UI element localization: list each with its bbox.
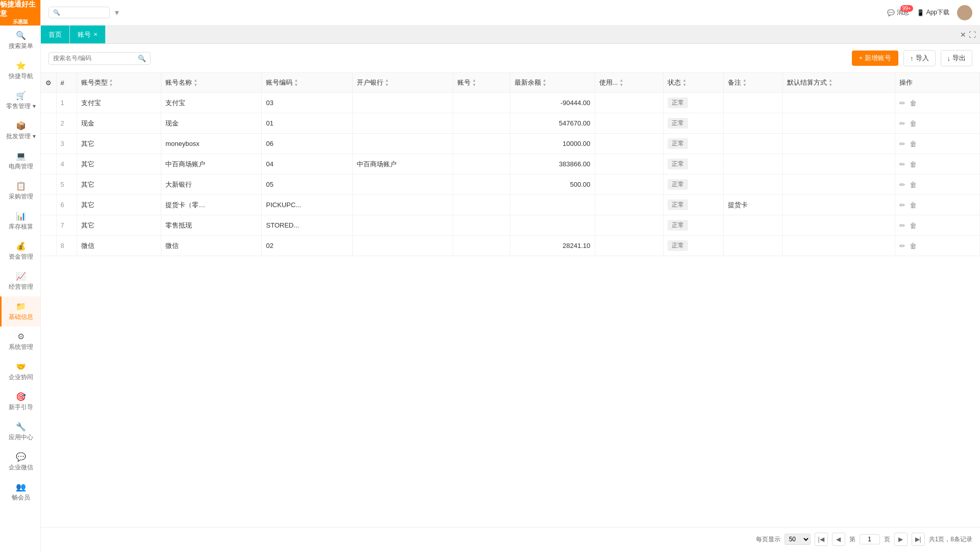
row-actions-2: ✏ 🗑 bbox=[895, 134, 979, 154]
table-search-box[interactable]: 🔍 bbox=[48, 52, 151, 65]
sidebar-item-ecommerce[interactable]: 💻 电商管理 bbox=[0, 146, 40, 176]
edit-button-0[interactable]: ✏ bbox=[899, 99, 905, 107]
next-page-button[interactable]: ▶ bbox=[894, 533, 908, 546]
prev-page-button[interactable]: ◀ bbox=[832, 533, 845, 546]
row-name-2: moneybosx bbox=[161, 134, 262, 154]
export-button[interactable]: ↓ 导出 bbox=[941, 50, 973, 66]
close-window-icon[interactable]: ✕ bbox=[960, 31, 966, 39]
topbar-search[interactable]: 🔍 bbox=[48, 7, 110, 18]
delete-button-3[interactable]: 🗑 bbox=[910, 160, 917, 168]
sidebar-item-app-center[interactable]: 🔧 应用中心 bbox=[0, 417, 40, 447]
app-download-button[interactable]: 📱 App下载 bbox=[917, 8, 949, 17]
sidebar-item-member[interactable]: 👥 畅会员 bbox=[0, 477, 40, 507]
col-status[interactable]: 状态▲▼ bbox=[663, 73, 723, 93]
user-avatar[interactable] bbox=[957, 5, 972, 20]
col-remark[interactable]: 备注▲▼ bbox=[724, 73, 783, 93]
delete-button-4[interactable]: 🗑 bbox=[910, 181, 917, 189]
sidebar-item-inventory[interactable]: 📊 库存核算 bbox=[0, 206, 40, 236]
first-page-button[interactable]: |◀ bbox=[815, 533, 828, 546]
edit-button-2[interactable]: ✏ bbox=[899, 140, 905, 148]
tab-actions: ✕ ⛶ bbox=[960, 31, 980, 39]
message-button[interactable]: 💬 消息 99+ bbox=[887, 8, 909, 17]
row-code-1: 01 bbox=[262, 113, 353, 134]
edit-button-7[interactable]: ✏ bbox=[899, 242, 905, 250]
col-bank[interactable]: 开户银行▲▼ bbox=[352, 73, 453, 93]
row-balance-2: 10000.00 bbox=[510, 134, 595, 154]
row-remark-0 bbox=[724, 93, 783, 113]
row-actions-6: ✏ 🗑 bbox=[895, 215, 979, 236]
col-balance[interactable]: 最新余额▲▼ bbox=[510, 73, 595, 93]
export-icon: ↓ bbox=[947, 55, 951, 62]
import-button[interactable]: ↑ 导入 bbox=[903, 50, 936, 66]
sidebar-item-finance[interactable]: 💰 资金管理 bbox=[0, 236, 40, 266]
table-search-input[interactable] bbox=[53, 55, 138, 62]
sidebar-item-operation[interactable]: 📈 经营管理 bbox=[0, 266, 40, 296]
row-settings-4 bbox=[41, 174, 56, 195]
table-container: ⚙ # 账号类型▲▼ 账号名称▲▼ 账号编码▲▼ 开户银行▲▼ bbox=[41, 73, 980, 527]
search-menu-icon: 🔍 bbox=[16, 31, 26, 40]
row-type-1: 现金 bbox=[77, 113, 161, 134]
import-icon: ↑ bbox=[910, 55, 914, 62]
row-status-4: 正常 bbox=[663, 174, 723, 195]
row-code-5: PICKUPC... bbox=[262, 195, 353, 215]
delete-button-7[interactable]: 🗑 bbox=[910, 242, 917, 250]
col-settings[interactable]: ⚙ bbox=[41, 73, 56, 93]
row-remark-1 bbox=[724, 113, 783, 134]
maximize-window-icon[interactable]: ⛶ bbox=[969, 31, 976, 39]
topbar-search-icon: 🔍 bbox=[53, 9, 60, 16]
edit-button-5[interactable]: ✏ bbox=[899, 201, 905, 209]
row-bank-1 bbox=[352, 113, 453, 134]
tab-account-close[interactable]: ✕ bbox=[93, 32, 97, 37]
tab-account[interactable]: 账号 ✕ bbox=[70, 26, 106, 43]
table-row: 1 支付宝 支付宝 03 -90444.00 正常 ✏ 🗑 bbox=[41, 93, 980, 113]
row-bank-4 bbox=[352, 174, 453, 195]
edit-button-1[interactable]: ✏ bbox=[899, 119, 905, 128]
edit-button-4[interactable]: ✏ bbox=[899, 181, 905, 189]
delete-button-2[interactable]: 🗑 bbox=[910, 140, 917, 148]
row-bank-3: 中百商场账户 bbox=[352, 154, 453, 174]
tab-home-label: 首页 bbox=[48, 30, 62, 39]
sidebar-item-quick-nav[interactable]: ⭐ 快捷导航 bbox=[0, 56, 40, 86]
tab-home[interactable]: 首页 bbox=[41, 26, 70, 43]
sidebar-item-purchase[interactable]: 📋 采购管理 bbox=[0, 176, 40, 206]
delete-button-1[interactable]: 🗑 bbox=[910, 119, 917, 128]
finance-label: 资金管理 bbox=[9, 253, 33, 261]
sidebar-item-cooperation[interactable]: 🤝 企业协同 bbox=[0, 357, 40, 387]
row-type-2: 其它 bbox=[77, 134, 161, 154]
delete-button-5[interactable]: 🗑 bbox=[910, 201, 917, 209]
page-number-input[interactable] bbox=[860, 534, 880, 544]
main-area: 🔍 ▾ 💬 消息 99+ 📱 App下载 首页 账号 ✕ ✕ bbox=[41, 0, 980, 551]
topbar-dropdown-icon[interactable]: ▾ bbox=[115, 8, 119, 17]
row-balance-5 bbox=[510, 195, 595, 215]
row-settings-3 bbox=[41, 154, 56, 174]
sidebar-item-enterprise-wx[interactable]: 💬 企业微信 bbox=[0, 447, 40, 477]
sidebar-item-retail[interactable]: 🛒 零售管理 ▾ bbox=[0, 86, 40, 116]
inventory-icon: 📊 bbox=[16, 211, 26, 221]
topbar: 🔍 ▾ 💬 消息 99+ 📱 App下载 bbox=[41, 0, 980, 26]
col-type[interactable]: 账号类型▲▼ bbox=[77, 73, 161, 93]
delete-button-0[interactable]: 🗑 bbox=[910, 99, 917, 107]
app-center-label: 应用中心 bbox=[9, 433, 33, 442]
delete-button-6[interactable]: 🗑 bbox=[910, 221, 917, 230]
row-remark-6 bbox=[724, 215, 783, 236]
sidebar-item-basic-info[interactable]: 📁 基础信息 bbox=[0, 296, 40, 327]
col-usage[interactable]: 使用...▲▼ bbox=[595, 73, 663, 93]
edit-button-6[interactable]: ✏ bbox=[899, 221, 905, 230]
sidebar-item-guide[interactable]: 🎯 新手引导 bbox=[0, 387, 40, 417]
col-code[interactable]: 账号编码▲▼ bbox=[262, 73, 353, 93]
edit-button-3[interactable]: ✏ bbox=[899, 160, 905, 168]
app-center-icon: 🔧 bbox=[16, 422, 26, 432]
sidebar-item-search-menu[interactable]: 🔍 搜索菜单 bbox=[0, 26, 40, 56]
row-usage-3 bbox=[595, 154, 663, 174]
col-settlement[interactable]: 默认结算方式▲▼ bbox=[783, 73, 895, 93]
row-num-4: 5 bbox=[56, 174, 77, 195]
col-account[interactable]: 账号▲▼ bbox=[453, 73, 510, 93]
table-search-icon[interactable]: 🔍 bbox=[138, 55, 146, 62]
col-name[interactable]: 账号名称▲▼ bbox=[161, 73, 262, 93]
add-account-button[interactable]: + 新增账号 bbox=[852, 51, 898, 66]
sidebar-item-system[interactable]: ⚙ 系统管理 bbox=[0, 327, 40, 357]
last-page-button[interactable]: ▶| bbox=[912, 533, 925, 546]
operation-label: 经营管理 bbox=[9, 283, 33, 291]
sidebar-item-wholesale[interactable]: 📦 批发管理 ▾ bbox=[0, 116, 40, 146]
page-size-select[interactable]: 50 20 100 bbox=[785, 534, 811, 545]
